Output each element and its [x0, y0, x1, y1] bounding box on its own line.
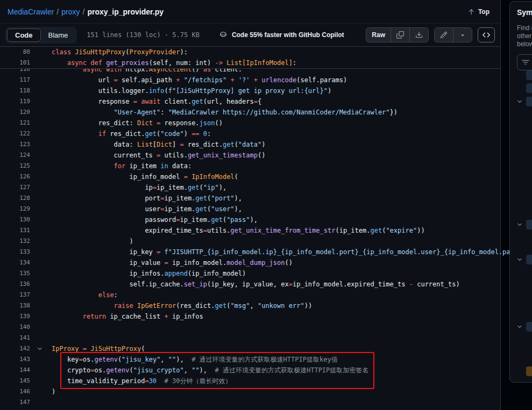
symbol-pill-highlighted[interactable] [526, 366, 532, 376]
symbols-description-line: below. [517, 40, 532, 48]
code-text: utils.logger.info(f"[JiSuHttpProxy] get … [52, 85, 331, 96]
line-number[interactable]: 123 [0, 139, 30, 150]
gutter [30, 365, 52, 376]
code-line: 142IpProxy = JiSuHttpProxy( [0, 343, 500, 354]
gutter [30, 386, 52, 397]
code-text: key=os.getenv("jisu_key", ""), # 通过环境变量的… [52, 354, 338, 365]
symbol-pill[interactable] [526, 255, 532, 264]
line-number[interactable]: 136 [0, 279, 30, 290]
code-blame-switch: Code Blame [5, 27, 77, 44]
code-text: IpProxy = JiSuHttpProxy( [52, 343, 145, 354]
line-number[interactable]: 145 [0, 376, 30, 386]
line-number[interactable]: 120 [0, 107, 30, 118]
line-number[interactable]: 119 [0, 96, 30, 107]
chevron-down-icon[interactable] [516, 98, 523, 105]
code-line: 144 crypto=os.getenv("jisu_crypto", ""),… [0, 365, 500, 376]
line-number[interactable]: 129 [0, 204, 30, 214]
download-button[interactable] [409, 28, 428, 42]
line-number[interactable]: 126 [0, 171, 30, 182]
line-number[interactable]: 80 [0, 47, 30, 57]
symbol-pill[interactable] [526, 220, 532, 229]
line-number[interactable]: 147 [0, 397, 30, 408]
code-text: ip_infos.append(ip_info_model) [52, 268, 246, 279]
breadcrumb-repo-link[interactable]: MediaCrawler [8, 8, 54, 16]
line-number[interactable]: 116 [0, 69, 30, 75]
line-number[interactable]: 138 [0, 300, 30, 311]
breadcrumb-folder-link[interactable]: proxy [61, 8, 80, 16]
line-number[interactable]: 143 [0, 354, 30, 365]
chevron-down-icon[interactable] [516, 221, 523, 228]
code-line: 120 "User-Agent": "MediaCrawler https://… [0, 107, 500, 118]
code-text: response = await client.get(url, headers… [52, 96, 261, 107]
symbol-pill[interactable] [526, 83, 532, 93]
symbol-pill[interactable] [526, 70, 532, 80]
line-number[interactable]: 139 [0, 311, 30, 322]
symbols-panel: Symbols Find definitions and references … [509, 1, 532, 383]
code-text: "User-Agent": "MediaCrawler https://gith… [52, 107, 398, 118]
gutter [30, 118, 52, 128]
code-line: 143 key=os.getenv("jisu_key", ""), # 通过环… [0, 354, 500, 365]
line-number[interactable]: 117 [0, 75, 30, 85]
scroll-to-top-button[interactable]: Top [464, 6, 493, 18]
gutter [30, 204, 52, 214]
chevron-down-icon[interactable] [516, 256, 523, 263]
line-number[interactable]: 122 [0, 128, 30, 139]
line-number[interactable]: 125 [0, 161, 30, 171]
line-number[interactable]: 134 [0, 257, 30, 268]
line-number[interactable]: 131 [0, 225, 30, 236]
line-number[interactable]: 137 [0, 290, 30, 300]
line-number[interactable]: 124 [0, 150, 30, 161]
code-text: port=ip_item.get("port"), [52, 193, 242, 204]
symbols-panel-toggle-button[interactable] [478, 27, 495, 42]
copilot-banner[interactable]: Code 55% faster with GitHub Copilot [219, 31, 344, 39]
copilot-icon [219, 31, 228, 39]
file-panel: MediaCrawler / proxy / proxy_ip_provider… [0, 0, 501, 410]
gutter [30, 69, 52, 75]
gutter [30, 107, 52, 118]
gutter [30, 57, 52, 68]
line-number[interactable]: 127 [0, 182, 30, 193]
raw-button[interactable]: Raw [366, 28, 391, 42]
line-number[interactable]: 140 [0, 322, 30, 333]
copy-button[interactable] [391, 28, 409, 42]
line-number[interactable]: 135 [0, 268, 30, 279]
line-number[interactable]: 133 [0, 247, 30, 257]
code-text: data: List[Dict] = res_dict.get("data") [52, 139, 265, 150]
symbol-row [510, 321, 532, 332]
code-line: 127 ip=ip_item.get("ip"), [0, 182, 500, 193]
edit-button[interactable] [435, 28, 453, 42]
line-number[interactable]: 142 [0, 343, 30, 354]
edit-dropdown-button[interactable] [453, 28, 472, 42]
line-number[interactable]: 144 [0, 365, 30, 376]
code-text: ) [52, 386, 55, 397]
code-line: 138 raise IpGetError(res_dict.get("msg",… [0, 300, 500, 311]
gutter [30, 333, 52, 343]
line-number[interactable]: 128 [0, 193, 30, 204]
symbol-pill[interactable] [526, 322, 532, 332]
line-number[interactable]: 101 [0, 57, 30, 68]
gutter [30, 75, 52, 85]
gutter [30, 290, 52, 300]
line-number[interactable]: 146 [0, 386, 30, 397]
chevron-down-icon[interactable] [37, 346, 43, 352]
code-text: expired_time_ts=utils.get_unix_time_from… [52, 225, 425, 236]
line-number[interactable]: 118 [0, 85, 30, 96]
download-icon [415, 31, 423, 39]
filter-symbols-button[interactable] [517, 54, 532, 70]
code-line: 137 else: [0, 290, 500, 300]
code-line: 130 password=ip_item.get("pass"), [0, 214, 500, 225]
symbol-row [510, 70, 532, 81]
tab-blame[interactable]: Blame [41, 29, 76, 41]
breadcrumb: MediaCrawler / proxy / proxy_ip_provider… [8, 8, 164, 16]
tab-code[interactable]: Code [7, 28, 41, 42]
line-number[interactable]: 121 [0, 118, 30, 128]
line-number[interactable]: 130 [0, 214, 30, 225]
symbol-row [510, 96, 532, 107]
symbol-pill[interactable] [526, 97, 532, 106]
line-number[interactable]: 141 [0, 333, 30, 343]
line-number[interactable]: 132 [0, 236, 30, 247]
symbol-row [510, 254, 532, 265]
chevron-down-icon[interactable] [516, 323, 523, 330]
code-line: 132 ) [0, 236, 500, 247]
gutter [30, 279, 52, 290]
